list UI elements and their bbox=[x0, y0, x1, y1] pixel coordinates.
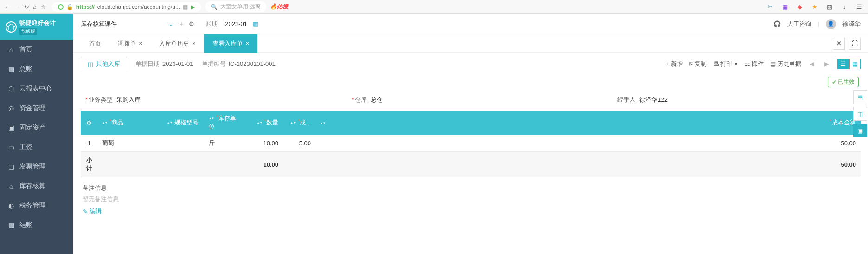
nav-label: 总账 bbox=[19, 65, 32, 73]
gear-icon[interactable]: ⚙ bbox=[189, 20, 194, 27]
tab-home[interactable]: 首页 bbox=[81, 34, 109, 53]
next-doc[interactable]: ▶ bbox=[823, 60, 831, 67]
ext-icon-4[interactable]: ★ bbox=[810, 3, 819, 11]
nav-funds[interactable]: ◎资金管理 bbox=[0, 98, 73, 118]
new-button[interactable]: + 新增 bbox=[666, 60, 683, 68]
edit-remark-button[interactable]: ✎ 编辑 bbox=[83, 207, 859, 215]
view-list[interactable]: ☰ bbox=[837, 59, 849, 69]
biz-type-value: 采购入库 bbox=[116, 96, 141, 104]
nav-label: 发票管理 bbox=[19, 163, 45, 171]
nav-inventory[interactable]: ⌂库存核算 bbox=[0, 176, 73, 196]
th-blank[interactable]: ▲▼ bbox=[315, 111, 334, 135]
ops-button[interactable]: ⚏ 操作 bbox=[745, 60, 764, 68]
doc-type: 其他入库 bbox=[96, 60, 120, 68]
right-rail: ▤ ◫ ▣ bbox=[853, 53, 868, 137]
handler-label: 经手人 bbox=[617, 96, 636, 104]
tab-view-inbound[interactable]: 查看入库单✕ bbox=[204, 34, 257, 53]
lock-icon: 🔒 bbox=[66, 4, 73, 10]
ext-icon-6[interactable]: ↓ bbox=[840, 3, 849, 11]
rail-btn-1[interactable]: ▤ bbox=[853, 90, 867, 104]
star-icon[interactable]: ☆ bbox=[40, 3, 46, 10]
nav-tax[interactable]: ◐税务管理 bbox=[0, 196, 73, 215]
doc-icon: ◫ bbox=[88, 61, 93, 68]
url-text: cloud.chanjet.com/accounting/u... bbox=[97, 4, 180, 10]
ext-icon-1[interactable]: ✂ bbox=[766, 3, 774, 11]
fullscreen-button[interactable]: ⛶ bbox=[849, 38, 861, 50]
url-box[interactable]: 🔒 https://cloud.chanjet.com/accounting/u… bbox=[51, 2, 201, 12]
home-icon[interactable]: ⌂ bbox=[33, 3, 37, 10]
org-selector[interactable]: 库存核算课件 ⌄ bbox=[81, 20, 174, 28]
subtotal-amount: 50.00 bbox=[334, 152, 861, 177]
avatar[interactable]: 👤 bbox=[826, 19, 836, 29]
tab-label: 首页 bbox=[89, 39, 101, 48]
history-button[interactable]: ▤ 历史单据 bbox=[770, 60, 801, 68]
top-bar: 库存核算课件 ⌄ + ⚙ 账期 2023-01 ▦ 🎧 人工咨询 | 👤 徐泽华 bbox=[73, 14, 868, 34]
tab-label: 查看入库单 bbox=[212, 39, 243, 48]
assets-icon: ▣ bbox=[7, 124, 15, 131]
cell-spec bbox=[162, 135, 204, 152]
nav-label: 首页 bbox=[19, 46, 32, 54]
th-unit[interactable]: ▲▼*库存单位 bbox=[204, 111, 246, 135]
plus-icon[interactable]: + bbox=[179, 20, 183, 28]
funds-icon: ◎ bbox=[7, 104, 15, 112]
tab-close-icon[interactable]: ✕ bbox=[139, 41, 142, 46]
nav-ledger[interactable]: ▤总账 bbox=[0, 59, 73, 79]
calendar-icon[interactable]: ▦ bbox=[253, 20, 258, 27]
nav-salary[interactable]: ▭工资 bbox=[0, 137, 73, 157]
nav-assets[interactable]: ▣固定资产 bbox=[0, 118, 73, 137]
nav-label: 工资 bbox=[19, 143, 32, 151]
prev-doc[interactable]: ◀ bbox=[808, 60, 816, 67]
nav-close[interactable]: ▦结账 bbox=[0, 215, 73, 235]
main: 库存核算课件 ⌄ + ⚙ 账期 2023-01 ▦ 🎧 人工咨询 | 👤 徐泽华… bbox=[73, 14, 868, 254]
th-gear[interactable]: ⚙ bbox=[81, 111, 97, 135]
search-box[interactable]: 🔍 大童女单用 远离 bbox=[205, 1, 266, 12]
tab-close-icon[interactable]: ✕ bbox=[245, 41, 249, 46]
remark-section: 备注信息 暂无备注信息 ✎ 编辑 bbox=[73, 177, 868, 222]
date-label: 单据日期 bbox=[135, 60, 160, 68]
brand-logo-icon bbox=[6, 21, 17, 33]
gear-icon: ⚙ bbox=[86, 119, 92, 126]
go-icon[interactable]: ▶ bbox=[191, 4, 195, 10]
tab-label: 调拨单 bbox=[118, 39, 136, 48]
forward-icon[interactable]: → bbox=[14, 3, 20, 10]
th-product[interactable]: ▲▼*商品 bbox=[97, 111, 162, 135]
search-placeholder: 大童女单用 远离 bbox=[220, 3, 261, 11]
ext-icon-5[interactable]: ▧ bbox=[825, 3, 834, 11]
rail-btn-3[interactable]: ▣ bbox=[853, 124, 867, 137]
search-icon: 🔍 bbox=[211, 4, 218, 10]
nav-invoice[interactable]: ▥发票管理 bbox=[0, 157, 73, 176]
remark-empty: 暂无备注信息 bbox=[83, 195, 859, 203]
th-amount[interactable]: *成本金额 bbox=[334, 111, 861, 135]
tab-transfer[interactable]: 调拨单✕ bbox=[109, 34, 151, 53]
nav-home[interactable]: ⌂首页 bbox=[0, 40, 73, 59]
ext-icon-7[interactable]: ☰ bbox=[855, 3, 863, 11]
tab-inbound-history[interactable]: 入库单历史✕ bbox=[151, 34, 204, 53]
brand[interactable]: 畅捷通好会计 旗舰版 bbox=[0, 14, 73, 40]
table-row[interactable]: 1 葡萄 斤 10.00 5.00 50.00 bbox=[81, 135, 861, 152]
username[interactable]: 徐泽华 bbox=[842, 20, 861, 28]
brand-subtitle: 旗舰版 bbox=[19, 28, 37, 35]
tab-close-icon[interactable]: ✕ bbox=[192, 41, 196, 46]
ext-icon-3[interactable]: ◆ bbox=[796, 3, 804, 11]
nav-label: 税务管理 bbox=[19, 202, 45, 210]
th-qty[interactable]: ▲▼*数量 bbox=[246, 111, 283, 135]
qr-icon[interactable]: ▦ bbox=[183, 4, 188, 10]
back-icon[interactable]: ← bbox=[5, 3, 11, 10]
th-spec[interactable]: ▲▼规格型号 bbox=[162, 111, 204, 135]
cell-qty: 10.00 bbox=[246, 135, 283, 152]
th-cost[interactable]: ▲▼*成... bbox=[283, 111, 315, 135]
close-all-tabs[interactable]: ✕ bbox=[833, 38, 845, 50]
rail-btn-2[interactable]: ◫ bbox=[853, 107, 867, 121]
nav-reports[interactable]: ⬡云报表中心 bbox=[0, 79, 73, 98]
subtotal-row: 小计 10.00 50.00 bbox=[81, 152, 861, 177]
ledger-icon: ▤ bbox=[7, 65, 15, 73]
ext-icon-2[interactable]: ▦ bbox=[781, 3, 789, 11]
support-link[interactable]: 人工咨询 bbox=[787, 20, 811, 28]
warehouse-label: 仓库 bbox=[355, 96, 367, 103]
doc-type-tab[interactable]: ◫ 其他入库 bbox=[81, 57, 127, 71]
print-button[interactable]: 🖶 打印 ▼ bbox=[713, 60, 738, 68]
copy-button[interactable]: ⎘ 复制 bbox=[689, 60, 707, 68]
nav-label: 结账 bbox=[19, 221, 32, 229]
hot-badge[interactable]: 🔥热搜 bbox=[270, 3, 288, 11]
refresh-icon[interactable]: ↻ bbox=[24, 3, 29, 10]
